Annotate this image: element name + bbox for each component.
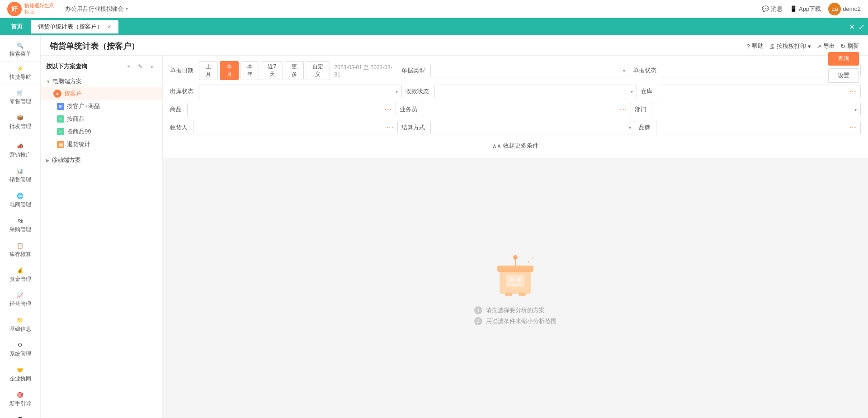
user-menu[interactable]: Ea demo2 bbox=[828, 3, 861, 15]
receipt-status-label: 收款状态 bbox=[406, 87, 431, 95]
desktop-group-header[interactable]: ▼ 电脑端方案 bbox=[41, 76, 162, 87]
date-filter-control: 上月 本月 本年 近7天 更多 自定义 2023-03-01 至 2023-03… bbox=[199, 61, 398, 80]
step-1-icon: 1 bbox=[474, 306, 482, 314]
out-status-arrow-icon: ▾ bbox=[396, 89, 398, 94]
top-bar-right: 💬 消息 📱 App下载 Ea demo2 bbox=[762, 3, 861, 15]
receipt-status-arrow-icon: ▾ bbox=[631, 89, 633, 94]
svg-point-6 bbox=[513, 255, 518, 260]
sidebar-item-marketing[interactable]: 📣 营销推广 bbox=[0, 138, 40, 163]
scheme-item-return-stat[interactable]: ▦ 退货统计 bbox=[41, 138, 162, 151]
date-btn-last-month[interactable]: 上月 bbox=[199, 61, 218, 80]
empty-hints: 1 请先选择要分析的方案 2 用过滤条件来缩小分析范围 bbox=[474, 306, 557, 325]
download-icon: 📱 bbox=[790, 5, 797, 12]
sidebar-item-basic[interactable]: 📁 基础信息 bbox=[0, 313, 40, 337]
sidebar-item-inventory[interactable]: 📋 库存核算 bbox=[0, 238, 40, 263]
date-btn-custom[interactable]: 自定义 bbox=[306, 61, 330, 80]
sidebar-item-enterprise[interactable]: 🤝 企业协同 bbox=[0, 362, 40, 387]
export-button[interactable]: ↗ 导出 bbox=[816, 42, 835, 50]
sidebar-item-newbie[interactable]: 🎯 新手引导 bbox=[0, 387, 40, 412]
refresh-button[interactable]: ↻ 刷新 bbox=[840, 42, 859, 50]
receiver-select[interactable]: ··· bbox=[193, 121, 398, 134]
refresh-icon: ↻ bbox=[840, 43, 845, 50]
print-button[interactable]: 🖨 按模板打印 ▾ bbox=[769, 42, 811, 50]
window-maximize-icon[interactable]: ⤢ bbox=[859, 23, 864, 31]
sidebar-item-purchase[interactable]: 🛍 采购管理 bbox=[0, 213, 40, 238]
salesperson-select[interactable]: ··· bbox=[423, 103, 632, 116]
retail-icon: 🛒 bbox=[17, 90, 24, 96]
sidebar-item-finance[interactable]: 💰 资金管理 bbox=[0, 263, 40, 288]
help-icon: ? bbox=[747, 43, 750, 50]
mobile-expand-arrow-icon: ▶ bbox=[46, 158, 50, 163]
salesperson-dots-icon: ··· bbox=[620, 105, 627, 114]
scheme-item-by-customer-product[interactable]: ⊞ 按客户+商品 bbox=[41, 100, 162, 113]
mobile-scheme-group: ▶ 移动端方案 bbox=[41, 152, 162, 168]
collapse-icon: « bbox=[151, 63, 154, 70]
tab-sales-stat[interactable]: 销货单统计表（按客户） ✕ bbox=[31, 20, 118, 33]
right-main-panel: 单据日期 上月 本月 本年 近7天 更多 自定义 2023-03-01 至 20… bbox=[163, 56, 868, 418]
page-title: 销货单统计表（按客户） bbox=[50, 41, 139, 52]
sidebar-item-wholesale[interactable]: 📦 批发管理 bbox=[0, 110, 40, 135]
payment-label: 结算方式 bbox=[401, 124, 427, 132]
sidebar-item-search[interactable]: 🔍 搜索菜单 bbox=[0, 39, 40, 62]
add-scheme-button[interactable]: + bbox=[124, 62, 133, 71]
department-select[interactable]: ▾ bbox=[652, 103, 861, 116]
basic-icon: 📁 bbox=[17, 317, 24, 323]
date-btn-last-7days[interactable]: 近7天 bbox=[261, 61, 283, 80]
date-btn-this-year[interactable]: 本年 bbox=[241, 61, 259, 80]
svg-rect-1 bbox=[497, 266, 533, 272]
message-icon: 💬 bbox=[762, 5, 769, 12]
help-button[interactable]: ? 帮助 bbox=[747, 42, 764, 50]
content-area: 销货单统计表（按客户） ? 帮助 🖨 按模板打印 ▾ ↗ 导出 bbox=[41, 35, 868, 418]
settings-button[interactable]: 设置 bbox=[828, 68, 859, 83]
sidebar-item-appstore[interactable]: 📱 应用中心 bbox=[0, 412, 40, 418]
doc-type-select[interactable]: ▾ bbox=[430, 64, 629, 77]
warehouse-select[interactable]: ··· bbox=[658, 85, 861, 98]
workspace-selector[interactable]: 办公用品行业模拟账套 ▾ bbox=[65, 5, 128, 13]
date-btn-this-month[interactable]: 本月 bbox=[220, 61, 239, 80]
scheme-item-by-product[interactable]: ≡ 按商品 bbox=[41, 113, 162, 125]
edit-scheme-button[interactable]: ✎ bbox=[136, 62, 145, 71]
table2-scheme-icon: ≡ bbox=[57, 128, 64, 135]
sidebar-item-quicknav[interactable]: ⚡ 快捷导航 bbox=[0, 62, 40, 85]
tab-close-icon[interactable]: ✕ bbox=[107, 24, 111, 30]
brand-select[interactable]: ··· bbox=[656, 121, 861, 134]
date-btn-more[interactable]: 更多 bbox=[285, 61, 304, 80]
tab-bar-actions: ✕ ⤢ bbox=[849, 23, 864, 31]
sidebar-item-retail[interactable]: 🛒 零售管理 bbox=[0, 85, 40, 110]
empty-state: ✦ ✦ 1 请先选择要分析的方案 2 bbox=[163, 158, 868, 418]
product-select[interactable]: ··· bbox=[187, 103, 396, 116]
date-range-text: 2023-03-01 至 2023-03-31 bbox=[335, 64, 398, 78]
search-icon: 🔍 bbox=[17, 43, 24, 49]
sidebar-item-ecommerce[interactable]: 🌐 电商管理 bbox=[0, 188, 40, 213]
tab-home[interactable]: 首页 bbox=[4, 20, 30, 33]
svg-text:✦: ✦ bbox=[531, 256, 534, 260]
collapse-scheme-button[interactable]: « bbox=[148, 62, 157, 71]
app-download-button[interactable]: 📱 App下载 bbox=[790, 5, 821, 13]
department-arrow-icon: ▾ bbox=[854, 107, 857, 112]
messages-button[interactable]: 💬 消息 bbox=[762, 5, 783, 13]
payment-select[interactable]: ▾ bbox=[430, 121, 635, 134]
scheme-item-by-customer[interactable]: ● 按客户 bbox=[41, 87, 162, 100]
collapse-button[interactable]: ∧∧ 收起更多条件 bbox=[487, 140, 544, 152]
page-title-row: 销货单统计表（按客户） ? 帮助 🖨 按模板打印 ▾ ↗ 导出 bbox=[50, 41, 859, 52]
ecommerce-icon: 🌐 bbox=[17, 193, 24, 199]
empty-hint-1: 1 请先选择要分析的方案 bbox=[474, 306, 557, 314]
print-icon: 🖨 bbox=[769, 43, 775, 50]
payment-arrow-icon: ▾ bbox=[629, 125, 631, 130]
out-status-select[interactable]: ▾ bbox=[199, 85, 402, 98]
inventory-icon: 📋 bbox=[17, 242, 24, 249]
sidebar-item-business[interactable]: 📈 经营管理 bbox=[0, 288, 40, 313]
receiver-dots-icon: ··· bbox=[387, 124, 394, 132]
sidebar-item-sales[interactable]: 📊 销售管理 bbox=[0, 163, 40, 188]
business-icon: 📈 bbox=[17, 292, 24, 299]
scheme-item-by-product-99[interactable]: ≡ 按商品99 bbox=[41, 125, 162, 138]
window-close-icon[interactable]: ✕ bbox=[849, 23, 855, 31]
mobile-group-header[interactable]: ▶ 移动端方案 bbox=[41, 154, 162, 166]
receipt-status-select[interactable]: ▾ bbox=[434, 85, 637, 98]
sidebar-item-system[interactable]: ⚙ 系统管理 bbox=[0, 337, 40, 362]
query-button[interactable]: 查询 bbox=[828, 56, 859, 66]
avatar: Ea bbox=[828, 3, 841, 15]
scheme-panel: 按以下方案查询 + ✎ « ▼ 电脑端方案 bbox=[41, 56, 163, 418]
marketing-icon: 📣 bbox=[17, 143, 24, 149]
product-label: 商品 bbox=[170, 105, 184, 114]
